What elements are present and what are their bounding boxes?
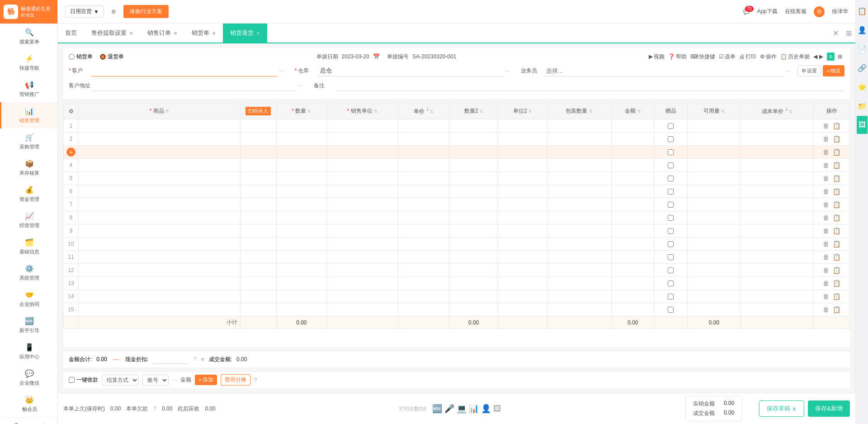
right-btn-7[interactable]: 🖼 bbox=[857, 116, 868, 134]
copy-btn-14[interactable]: 📋 bbox=[832, 292, 841, 301]
tab-1[interactable]: 售价提取设置✕ bbox=[84, 24, 140, 43]
price-cell-5[interactable] bbox=[398, 172, 449, 185]
goods-input-15[interactable] bbox=[81, 306, 237, 313]
copy-btn-11[interactable]: 📋 bbox=[832, 252, 841, 262]
amount-cell-2[interactable] bbox=[611, 133, 654, 146]
account-select[interactable]: 账号 bbox=[142, 375, 169, 386]
gift-cell-14[interactable] bbox=[654, 290, 687, 303]
pkgqty-cell-3[interactable] bbox=[547, 146, 611, 159]
delete-btn-2[interactable]: 🗑 bbox=[822, 134, 830, 143]
prev-doc-btn[interactable]: ◀ bbox=[813, 53, 817, 60]
unit2-cell-13[interactable] bbox=[498, 277, 547, 290]
sidebar-item-1[interactable]: ⚡快捷导航 bbox=[0, 50, 57, 76]
amount-sort-icon[interactable]: ⇅ bbox=[637, 109, 641, 114]
cost-cell-7[interactable] bbox=[741, 198, 814, 211]
goods-cell-14[interactable] bbox=[79, 290, 241, 303]
gift-checkbox-2[interactable] bbox=[668, 136, 674, 142]
qty2-cell-9[interactable] bbox=[449, 224, 498, 238]
address-input[interactable] bbox=[91, 80, 297, 91]
delete-btn-6[interactable]: 🗑 bbox=[822, 187, 830, 196]
col-gear[interactable]: ⚙ bbox=[64, 103, 79, 119]
user-name[interactable]: 徐泽华 bbox=[832, 8, 848, 15]
doc-no-value[interactable]: SA-20230320-001 bbox=[412, 53, 456, 60]
radio-return-input[interactable] bbox=[100, 54, 106, 60]
cost-cell-1[interactable] bbox=[741, 119, 814, 133]
goods-cell-13[interactable] bbox=[79, 277, 241, 290]
online-service-link[interactable]: 在线客服 bbox=[785, 8, 807, 15]
amount-cell-3[interactable] bbox=[611, 146, 654, 159]
gift-checkbox-13[interactable] bbox=[668, 281, 674, 286]
gift-cell-7[interactable] bbox=[654, 198, 687, 211]
unit2-cell-3[interactable] bbox=[498, 146, 547, 159]
unit2-cell-4[interactable] bbox=[498, 159, 547, 172]
amount-cell-14[interactable] bbox=[611, 290, 654, 303]
copy-btn-7[interactable]: 📋 bbox=[832, 200, 841, 209]
unit-cell-14[interactable] bbox=[326, 290, 398, 303]
available-cell-4[interactable] bbox=[687, 159, 741, 172]
qty2-cell-7[interactable] bbox=[449, 198, 498, 211]
gift-checkbox-5[interactable] bbox=[668, 176, 674, 181]
qty2-cell-10[interactable] bbox=[449, 238, 498, 251]
account-dots[interactable]: ··· bbox=[172, 377, 177, 383]
unit-cell-5[interactable] bbox=[326, 172, 398, 185]
delete-btn-5[interactable]: 🗑 bbox=[822, 174, 830, 183]
amount-cell-8[interactable] bbox=[611, 211, 654, 224]
cost-cell-13[interactable] bbox=[741, 277, 814, 290]
radio-return[interactable]: 退货单 bbox=[100, 53, 124, 61]
pkgqty-cell-12[interactable] bbox=[547, 264, 611, 277]
goods-cell-3[interactable] bbox=[79, 146, 241, 159]
pkgqty-cell-15[interactable] bbox=[547, 303, 611, 316]
warehouse-input[interactable] bbox=[317, 66, 504, 76]
unit-cell-9[interactable] bbox=[326, 224, 398, 238]
goods-cell-7[interactable] bbox=[79, 198, 241, 211]
goods-cell-12[interactable] bbox=[79, 264, 241, 277]
doc-date-value[interactable]: 2023-03-20 bbox=[342, 53, 369, 60]
delete-btn-11[interactable]: 🗑 bbox=[822, 252, 830, 262]
expand-tabs-btn[interactable]: ⊞ bbox=[842, 29, 855, 38]
amount-cell-11[interactable] bbox=[611, 251, 654, 264]
unit-cell-11[interactable] bbox=[326, 251, 398, 264]
close-all-tabs-btn[interactable]: ✕ bbox=[829, 29, 842, 38]
method-select[interactable]: 结算方式 bbox=[102, 375, 139, 386]
delete-btn-4[interactable]: 🗑 bbox=[822, 161, 830, 170]
copy-btn-8[interactable]: 📋 bbox=[832, 213, 841, 222]
unit-cell-13[interactable] bbox=[326, 277, 398, 290]
goods-cell-4[interactable] bbox=[79, 159, 241, 172]
right-btn-4[interactable]: 🔗 bbox=[857, 59, 868, 77]
collapse-icon[interactable]: ◀ bbox=[39, 421, 44, 424]
settings-btn[interactable]: ⚙ 设置 bbox=[797, 65, 821, 76]
one-click-checkbox[interactable] bbox=[69, 377, 75, 383]
pkgqty-cell-1[interactable] bbox=[547, 119, 611, 133]
save-draft-btn[interactable]: 保存草稿 ∧ bbox=[759, 400, 804, 417]
gift-cell-1[interactable] bbox=[654, 119, 687, 133]
goods-cell-9[interactable] bbox=[79, 224, 241, 238]
price-cell-10[interactable] bbox=[398, 238, 449, 251]
delete-btn-3[interactable]: 🗑 bbox=[822, 148, 830, 157]
delete-btn-8[interactable]: 🗑 bbox=[822, 213, 830, 222]
user-avatar[interactable]: 徐 bbox=[814, 6, 825, 17]
available-cell-14[interactable] bbox=[687, 290, 741, 303]
qty2-cell-12[interactable] bbox=[449, 264, 498, 277]
qty-cell-3[interactable] bbox=[276, 146, 326, 159]
next-doc-btn[interactable]: ▶ bbox=[819, 53, 823, 60]
pkgqty-sort-icon[interactable]: ⇅ bbox=[589, 109, 593, 114]
qty-cell-1[interactable] bbox=[276, 119, 326, 133]
price-cell-9[interactable] bbox=[398, 224, 449, 238]
qty2-cell-5[interactable] bbox=[449, 172, 498, 185]
amount-cell-10[interactable] bbox=[611, 238, 654, 251]
select-btn[interactable]: ☑ 选单 bbox=[719, 53, 736, 61]
available-sort-icon[interactable]: ⇅ bbox=[721, 109, 725, 114]
one-click-label[interactable]: 一键收款 bbox=[69, 376, 98, 384]
goods-input-4[interactable] bbox=[81, 162, 237, 169]
pkgqty-cell-8[interactable] bbox=[547, 211, 611, 224]
amount-cell-15[interactable] bbox=[611, 303, 654, 316]
gift-checkbox-12[interactable] bbox=[668, 267, 674, 273]
available-cell-2[interactable] bbox=[687, 133, 741, 146]
qty2-cell-14[interactable] bbox=[449, 290, 498, 303]
delete-btn-13[interactable]: 🗑 bbox=[822, 279, 830, 288]
qty-cell-9[interactable] bbox=[276, 224, 326, 238]
cost-cell-3[interactable] bbox=[741, 146, 814, 159]
sidebar-item-5[interactable]: 📦库存核算 bbox=[0, 155, 57, 181]
right-btn-2[interactable]: 👤 bbox=[857, 21, 868, 39]
cost-cell-2[interactable] bbox=[741, 133, 814, 146]
